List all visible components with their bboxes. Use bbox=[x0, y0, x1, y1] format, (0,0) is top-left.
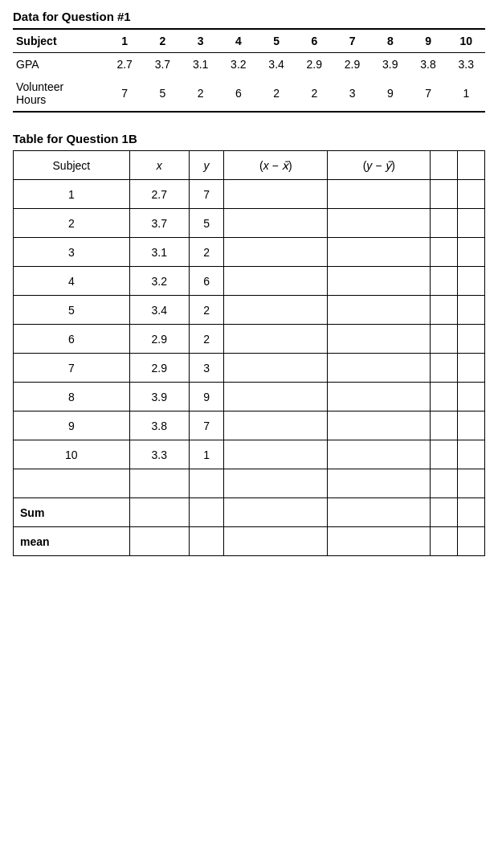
col-header-8: 8 bbox=[371, 29, 409, 53]
q1b-y-10: 1 bbox=[189, 440, 224, 469]
q1b-row-7: 7 2.9 3 bbox=[14, 354, 485, 383]
q1b-c7-3 bbox=[458, 238, 485, 267]
q1b-ydiff-3 bbox=[328, 238, 431, 267]
section1-container: Data for Question #1 Subject 1 2 3 4 5 6… bbox=[13, 10, 485, 113]
q1b-c6-1 bbox=[431, 180, 458, 209]
gpa-6: 2.9 bbox=[296, 53, 333, 76]
q1b-row-10: 10 3.3 1 bbox=[14, 440, 485, 469]
col-header-subject: Subject bbox=[13, 29, 106, 53]
q1b-c7-6 bbox=[458, 325, 485, 354]
q1b-c6-3 bbox=[431, 238, 458, 267]
q1b-sum-c7 bbox=[458, 498, 485, 527]
q1b-xdiff-7 bbox=[224, 354, 328, 383]
col-header-9: 9 bbox=[409, 29, 447, 53]
q1b-subject-2: 2 bbox=[14, 209, 130, 238]
q1b-c6-10 bbox=[431, 440, 458, 469]
q1b-col-y: y bbox=[189, 151, 224, 180]
vol-5: 2 bbox=[257, 76, 295, 112]
q1b-sum-xdiff bbox=[224, 498, 328, 527]
q1b-sum-ydiff bbox=[328, 498, 431, 527]
q1b-xdiff-10 bbox=[224, 440, 328, 469]
q1b-sum-label: Sum bbox=[14, 498, 130, 527]
q1b-subject-10: 10 bbox=[14, 440, 130, 469]
q1b-y-7: 3 bbox=[189, 354, 224, 383]
col-header-4: 4 bbox=[219, 29, 257, 53]
q1b-c7-1 bbox=[458, 180, 485, 209]
q1b-sum-row: Sum bbox=[14, 498, 485, 527]
q1b-empty-7 bbox=[458, 469, 485, 498]
gpa-8: 3.9 bbox=[371, 53, 409, 76]
q1b-c7-2 bbox=[458, 209, 485, 238]
gpa-3: 3.1 bbox=[182, 53, 219, 76]
q1b-xdiff-3 bbox=[224, 238, 328, 267]
q1b-x-5: 3.4 bbox=[129, 296, 189, 325]
q1b-y-8: 9 bbox=[189, 383, 224, 411]
q1b-col-x-xbar: (x − x̄) bbox=[224, 151, 328, 180]
q1b-subject-1: 1 bbox=[14, 180, 130, 209]
q1b-x-7: 2.9 bbox=[129, 354, 189, 383]
q1b-ydiff-10 bbox=[328, 440, 431, 469]
q1b-y-1: 7 bbox=[189, 180, 224, 209]
col-header-2: 2 bbox=[144, 29, 182, 53]
q1b-empty-6 bbox=[431, 469, 458, 498]
q1b-x-3: 3.1 bbox=[129, 238, 189, 267]
col-header-5: 5 bbox=[257, 29, 295, 53]
q1b-c6-4 bbox=[431, 267, 458, 296]
q1b-xdiff-6 bbox=[224, 325, 328, 354]
q1b-empty-1 bbox=[14, 469, 130, 498]
q1b-sum-x bbox=[129, 498, 189, 527]
q1b-subject-9: 9 bbox=[14, 411, 130, 440]
q1b-empty-5 bbox=[328, 469, 431, 498]
q1b-ydiff-2 bbox=[328, 209, 431, 238]
q1b-empty-row bbox=[14, 469, 485, 498]
vol-3: 2 bbox=[182, 76, 219, 112]
q1b-subject-6: 6 bbox=[14, 325, 130, 354]
q1b-x-10: 3.3 bbox=[129, 440, 189, 469]
q1b-xdiff-4 bbox=[224, 267, 328, 296]
q1b-x-9: 3.8 bbox=[129, 411, 189, 440]
q1b-mean-xdiff bbox=[224, 527, 328, 556]
q1b-y-6: 2 bbox=[189, 325, 224, 354]
table-header-row: Subject 1 2 3 4 5 6 7 8 9 10 bbox=[13, 29, 485, 53]
vol-6: 2 bbox=[296, 76, 333, 112]
q1b-col-subject: Subject bbox=[14, 151, 130, 180]
gpa-7: 2.9 bbox=[333, 53, 371, 76]
col-header-1: 1 bbox=[106, 29, 144, 53]
q1b-c7-8 bbox=[458, 383, 485, 411]
q1b-ydiff-1 bbox=[328, 180, 431, 209]
q1b-xdiff-2 bbox=[224, 209, 328, 238]
q1b-c6-7 bbox=[431, 354, 458, 383]
q1b-y-2: 5 bbox=[189, 209, 224, 238]
q1b-xdiff-9 bbox=[224, 411, 328, 440]
q1b-mean-row: mean bbox=[14, 527, 485, 556]
q1b-col-7 bbox=[458, 151, 485, 180]
q1b-c6-5 bbox=[431, 296, 458, 325]
vol-8: 9 bbox=[371, 76, 409, 112]
gpa-label: GPA bbox=[13, 53, 106, 76]
vol-9: 7 bbox=[409, 76, 447, 112]
section2-title: Table for Question 1B bbox=[13, 132, 485, 145]
q1b-empty-4 bbox=[224, 469, 328, 498]
q1b-c6-6 bbox=[431, 325, 458, 354]
table-question1b: Subject x y (x − x̄) (y − ȳ) 1 2.7 7 2 bbox=[13, 150, 485, 556]
q1b-row-2: 2 3.7 5 bbox=[14, 209, 485, 238]
gpa-9: 3.8 bbox=[409, 53, 447, 76]
gpa-10: 3.3 bbox=[447, 53, 485, 76]
q1b-x-2: 3.7 bbox=[129, 209, 189, 238]
q1b-ydiff-7 bbox=[328, 354, 431, 383]
q1b-mean-x bbox=[129, 527, 189, 556]
col-header-6: 6 bbox=[296, 29, 333, 53]
q1b-x-6: 2.9 bbox=[129, 325, 189, 354]
q1b-col-y-ybar: (y − ȳ) bbox=[328, 151, 431, 180]
q1b-mean-label: mean bbox=[14, 527, 130, 556]
q1b-ydiff-8 bbox=[328, 383, 431, 411]
q1b-empty-3 bbox=[189, 469, 224, 498]
gpa-2: 3.7 bbox=[144, 53, 182, 76]
q1b-mean-y bbox=[189, 527, 224, 556]
q1b-x-8: 3.9 bbox=[129, 383, 189, 411]
q1b-mean-c7 bbox=[458, 527, 485, 556]
q1b-ydiff-9 bbox=[328, 411, 431, 440]
q1b-row-8: 8 3.9 9 bbox=[14, 383, 485, 411]
q1b-sum-c6 bbox=[431, 498, 458, 527]
q1b-xdiff-5 bbox=[224, 296, 328, 325]
